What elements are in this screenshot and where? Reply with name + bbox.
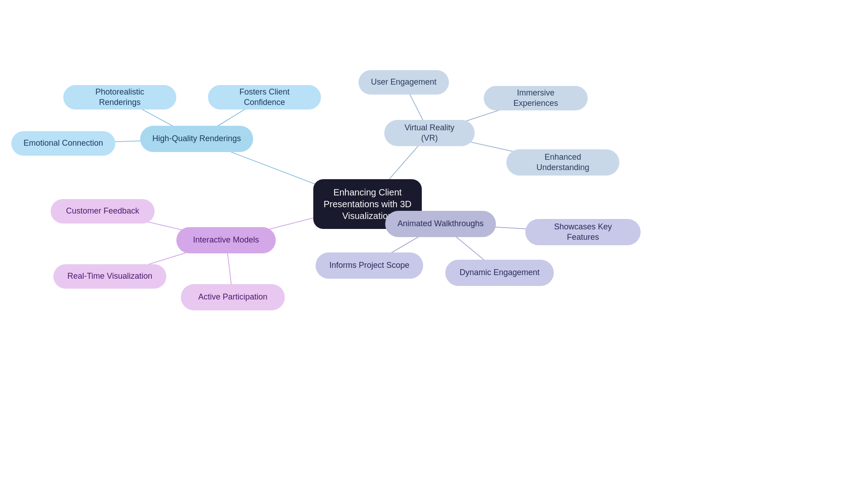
- immersive-node[interactable]: Immersive Experiences: [484, 86, 588, 110]
- high-quality-node[interactable]: High-Quality Renderings: [140, 126, 253, 152]
- active-node[interactable]: Active Participation: [181, 284, 285, 310]
- emotional-node[interactable]: Emotional Connection: [11, 131, 115, 156]
- dynamic-node[interactable]: Dynamic Engagement: [445, 260, 554, 286]
- user-engagement-node[interactable]: User Engagement: [359, 70, 449, 95]
- real-time-node[interactable]: Real-Time Visualization: [53, 264, 166, 289]
- photorealistic-node[interactable]: Photorealistic Renderings: [63, 85, 176, 109]
- fosters-node[interactable]: Fosters Client Confidence: [208, 85, 321, 109]
- informs-node[interactable]: Informs Project Scope: [316, 252, 423, 279]
- showcases-node[interactable]: Showcases Key Features: [525, 219, 641, 245]
- virtual-reality-node[interactable]: Virtual Reality (VR): [384, 120, 475, 146]
- customer-feedback-node[interactable]: Customer Feedback: [51, 199, 155, 224]
- interactive-node[interactable]: Interactive Models: [176, 227, 276, 253]
- animated-node[interactable]: Animated Walkthroughs: [385, 211, 496, 237]
- enhanced-node[interactable]: Enhanced Understanding: [506, 149, 619, 176]
